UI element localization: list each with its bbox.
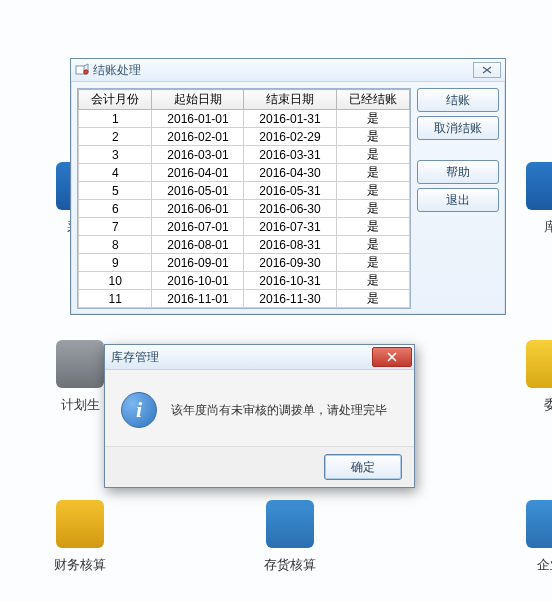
table-cell: 是 xyxy=(336,182,410,200)
table-cell: 2016-04-30 xyxy=(244,164,336,182)
dialog-ok-button[interactable]: 确定 xyxy=(324,454,402,480)
table-cell: 6 xyxy=(79,200,152,218)
table-cell: 2016-09-30 xyxy=(244,254,336,272)
table-cell: 是 xyxy=(336,218,410,236)
dialog-titlebar[interactable]: 库存管理 xyxy=(105,345,414,370)
table-cell: 5 xyxy=(79,182,152,200)
table-row[interactable]: 22016-02-012016-02-29是 xyxy=(79,128,410,146)
table-cell: 10 xyxy=(79,272,152,290)
table-cell: 2016-10-31 xyxy=(244,272,336,290)
desktop-item-icon xyxy=(526,500,552,548)
table-row[interactable]: 82016-08-012016-08-31是 xyxy=(79,236,410,254)
info-icon: i xyxy=(121,392,157,428)
table-cell: 4 xyxy=(79,164,152,182)
close-period-button[interactable]: 结账 xyxy=(417,88,499,112)
table-row[interactable]: 52016-05-012016-05-31是 xyxy=(79,182,410,200)
closing-window: 结账处理 会计月份 起始日期 结束日期 已经结账 12016-01-012016… xyxy=(70,58,506,315)
desktop-item-icon xyxy=(266,500,314,548)
table-row[interactable]: 112016-11-012016-11-30是 xyxy=(79,290,410,308)
table-cell: 是 xyxy=(336,146,410,164)
desktop-item-icon xyxy=(56,500,104,548)
desktop-item[interactable]: 存货核算 xyxy=(250,500,330,574)
table-cell: 2016-06-30 xyxy=(244,200,336,218)
table-cell: 7 xyxy=(79,218,152,236)
table-cell: 2016-07-01 xyxy=(152,218,244,236)
table-cell: 否 xyxy=(336,308,410,310)
table-cell: 2016-10-01 xyxy=(152,272,244,290)
table-cell: 是 xyxy=(336,290,410,308)
table-row[interactable]: 72016-07-012016-07-31是 xyxy=(79,218,410,236)
inventory-warning-dialog: 库存管理 i 该年度尚有未审核的调拨单，请处理完毕 确定 xyxy=(104,344,415,488)
desktop-item-label: 库 xyxy=(510,218,552,236)
desktop-item-icon xyxy=(56,340,104,388)
table-cell: 是 xyxy=(336,110,410,128)
table-cell: 2016-06-01 xyxy=(152,200,244,218)
help-button[interactable]: 帮助 xyxy=(417,160,499,184)
desktop-item-icon xyxy=(526,340,552,388)
desktop-item[interactable]: 财务核算 xyxy=(40,500,120,574)
table-cell: 9 xyxy=(79,254,152,272)
table-cell: 2016-08-01 xyxy=(152,236,244,254)
table-cell: 8 xyxy=(79,236,152,254)
desktop-item-label: 企业 xyxy=(510,556,552,574)
table-row[interactable]: 102016-10-012016-10-31是 xyxy=(79,272,410,290)
table-cell: 是 xyxy=(336,254,410,272)
desktop-item[interactable]: 库 xyxy=(510,162,552,236)
table-cell: 2016-12-31 xyxy=(244,308,336,310)
desktop-item-label: 委 xyxy=(510,396,552,414)
table-row[interactable]: 62016-06-012016-06-30是 xyxy=(79,200,410,218)
table-cell: 是 xyxy=(336,272,410,290)
table-row[interactable]: 42016-04-012016-04-30是 xyxy=(79,164,410,182)
table-cell: 11 xyxy=(79,290,152,308)
table-cell: 2016-01-31 xyxy=(244,110,336,128)
table-cell: 2016-08-31 xyxy=(244,236,336,254)
dialog-close-button[interactable] xyxy=(372,347,412,367)
desktop-item[interactable]: 企业 xyxy=(510,500,552,574)
closing-grid[interactable]: 会计月份 起始日期 结束日期 已经结账 12016-01-012016-01-3… xyxy=(77,88,411,309)
table-cell: 12 xyxy=(79,308,152,310)
table-cell: 是 xyxy=(336,128,410,146)
table-cell: 是 xyxy=(336,200,410,218)
desktop-item-label: 财务核算 xyxy=(40,556,120,574)
col-start-date[interactable]: 起始日期 xyxy=(152,90,244,110)
table-cell: 3 xyxy=(79,146,152,164)
table-cell: 2016-02-29 xyxy=(244,128,336,146)
table-cell: 是 xyxy=(336,236,410,254)
table-row[interactable]: 122016-12-012016-12-31否 xyxy=(79,308,410,310)
closing-window-titlebar[interactable]: 结账处理 xyxy=(71,59,505,82)
table-cell: 2016-03-01 xyxy=(152,146,244,164)
table-cell: 2 xyxy=(79,128,152,146)
svg-point-1 xyxy=(84,70,88,74)
table-row[interactable]: 12016-01-012016-01-31是 xyxy=(79,110,410,128)
table-cell: 2016-11-30 xyxy=(244,290,336,308)
table-cell: 2016-04-01 xyxy=(152,164,244,182)
table-row[interactable]: 92016-09-012016-09-30是 xyxy=(79,254,410,272)
desktop-item-icon xyxy=(526,162,552,210)
col-end-date[interactable]: 结束日期 xyxy=(244,90,336,110)
table-row[interactable]: 32016-03-012016-03-31是 xyxy=(79,146,410,164)
table-cell: 2016-09-01 xyxy=(152,254,244,272)
table-cell: 2016-02-01 xyxy=(152,128,244,146)
closing-window-close-button[interactable] xyxy=(473,62,501,78)
col-closed[interactable]: 已经结账 xyxy=(336,90,410,110)
window-app-icon xyxy=(75,63,89,77)
desktop-item-label: 存货核算 xyxy=(250,556,330,574)
closing-window-title: 结账处理 xyxy=(93,62,141,79)
dialog-title: 库存管理 xyxy=(111,349,159,366)
cancel-close-period-button[interactable]: 取消结账 xyxy=(417,116,499,140)
dialog-message: 该年度尚有未审核的调拨单，请处理完毕 xyxy=(171,402,387,419)
exit-button[interactable]: 退出 xyxy=(417,188,499,212)
closing-button-column: 结账 取消结账 帮助 退出 xyxy=(417,88,499,309)
table-cell: 2016-12-01 xyxy=(152,308,244,310)
table-cell: 2016-03-31 xyxy=(244,146,336,164)
table-cell: 2016-05-31 xyxy=(244,182,336,200)
col-month[interactable]: 会计月份 xyxy=(79,90,152,110)
table-cell: 是 xyxy=(336,164,410,182)
table-cell: 1 xyxy=(79,110,152,128)
table-cell: 2016-11-01 xyxy=(152,290,244,308)
table-cell: 2016-07-31 xyxy=(244,218,336,236)
table-cell: 2016-05-01 xyxy=(152,182,244,200)
desktop-item[interactable]: 委 xyxy=(510,340,552,414)
table-cell: 2016-01-01 xyxy=(152,110,244,128)
